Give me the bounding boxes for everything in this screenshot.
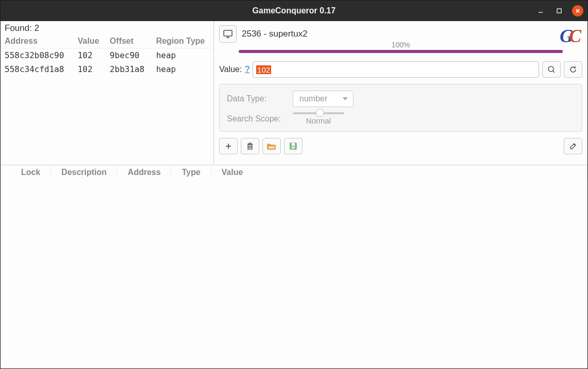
search-button[interactable] (542, 61, 561, 78)
svg-rect-16 (249, 143, 251, 144)
data-type-value: number (299, 94, 327, 103)
maximize-button[interactable] (554, 5, 565, 16)
cell-value: 102 (74, 62, 105, 76)
remove-cheat-button[interactable] (241, 138, 259, 154)
col-value[interactable]: Value (211, 165, 587, 180)
col-type[interactable]: Type (171, 165, 211, 180)
value-input[interactable]: 102 (253, 61, 539, 78)
table-row[interactable]: 558c34cfd1a8 102 2bb31a8 heap (1, 62, 213, 76)
col-offset[interactable]: Offset (105, 34, 152, 48)
reset-button[interactable] (564, 61, 582, 78)
cell-offset: 2bb31a8 (105, 62, 152, 76)
results-pane: Found: 2 Address Value Offset Region Typ… (1, 21, 214, 165)
cheat-table[interactable]: Lock Description Address Type Value (1, 165, 587, 180)
col-address[interactable]: Address (1, 34, 74, 48)
col-address[interactable]: Address (117, 165, 171, 180)
search-scope-slider[interactable] (293, 112, 344, 114)
select-process-button[interactable] (219, 25, 237, 43)
window-controls (535, 5, 583, 16)
progress-text: 100% (391, 41, 410, 49)
data-type-dropdown[interactable]: number (293, 91, 353, 107)
top-row: Found: 2 Address Value Offset Region Typ… (1, 21, 587, 165)
cell-address: 558c32b08c90 (1, 48, 74, 63)
save-icon (289, 142, 297, 150)
cheat-list-pane: Lock Description Address Type Value (1, 165, 587, 368)
window-title: GameConqueror 0.17 (253, 6, 336, 15)
data-type-label: Data Type: (227, 94, 283, 103)
col-region[interactable]: Region Type (152, 34, 213, 48)
save-cheat-button[interactable] (284, 138, 302, 154)
minimize-button[interactable] (535, 5, 546, 16)
options-box: Data Type: number Search Scope: Normal (219, 84, 582, 132)
svg-point-7 (548, 66, 554, 72)
cell-value: 102 (74, 48, 105, 63)
cell-offset: 9bec90 (105, 48, 152, 63)
col-description[interactable]: Description (51, 165, 117, 180)
slider-thumb[interactable] (316, 109, 324, 117)
progress-wrap: 100% (219, 50, 582, 53)
help-link[interactable]: ? (245, 65, 250, 74)
table-row[interactable]: 558c32b08c90 102 9bec90 heap (1, 48, 213, 63)
col-lock[interactable]: Lock (1, 165, 51, 180)
value-label: Value: (219, 65, 242, 74)
cell-region: heap (152, 62, 213, 76)
svg-rect-18 (292, 143, 295, 146)
progress-fill (239, 50, 563, 53)
svg-rect-19 (292, 147, 295, 149)
data-type-row: Data Type: number (227, 91, 575, 107)
monitor-icon (223, 29, 233, 39)
search-pane: GC 2536 - supertux2 100% Value: ? 102 (214, 21, 587, 165)
memory-editor-button[interactable] (564, 138, 582, 154)
titlebar: GameConqueror 0.17 (1, 1, 587, 21)
cheat-toolbar (219, 138, 582, 154)
svg-rect-1 (557, 9, 561, 13)
col-value[interactable]: Value (74, 34, 105, 48)
results-table[interactable]: Address Value Offset Region Type 558c32b… (1, 34, 213, 76)
search-scope-row: Search Scope: Normal (227, 112, 575, 125)
value-row: Value: ? 102 (219, 61, 582, 78)
plus-icon (225, 143, 232, 150)
cell-address: 558c34cfd1a8 (1, 62, 74, 76)
search-scope-value: Normal (306, 116, 331, 125)
open-cheat-button[interactable] (262, 138, 281, 154)
search-scope-label: Search Scope: (227, 114, 283, 124)
trash-icon (246, 142, 254, 150)
process-name: 2536 - supertux2 (242, 29, 308, 39)
process-row: 2536 - supertux2 (219, 25, 582, 43)
progress-bar (239, 50, 563, 53)
add-cheat-button[interactable] (219, 138, 238, 154)
svg-line-8 (553, 71, 555, 73)
app-logo: GC (560, 25, 581, 47)
close-button[interactable] (572, 5, 583, 16)
folder-open-icon (267, 143, 276, 150)
found-count-label: Found: 2 (1, 22, 213, 34)
svg-rect-4 (224, 30, 232, 36)
refresh-icon (569, 65, 577, 74)
app-body: Found: 2 Address Value Offset Region Typ… (1, 21, 587, 368)
cell-region: heap (152, 48, 213, 63)
pencil-icon (569, 142, 577, 150)
value-input-text: 102 (256, 65, 271, 74)
search-icon (547, 65, 556, 74)
